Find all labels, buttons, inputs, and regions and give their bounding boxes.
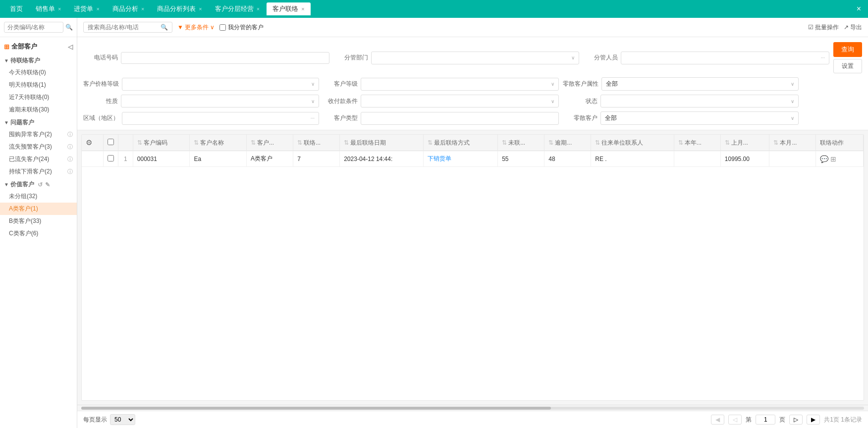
row-last-method-link[interactable]: 下销货单 — [428, 155, 451, 162]
export-button[interactable]: ↗ 导出 — [844, 23, 862, 32]
sidebar-item-unclassified[interactable]: 未分组(32) — [0, 190, 77, 203]
col-gear[interactable]: ⚙ — [82, 135, 103, 151]
col-header-checkbox — [103, 135, 118, 151]
sidebar-item-hoarding[interactable]: 囤购异常客户(2) ⓘ — [0, 128, 77, 141]
page-size-select[interactable]: 50 100 — [110, 414, 135, 425]
nav-tab-goods-analysis-close[interactable]: × — [141, 6, 144, 12]
sidebar-group-value-refresh[interactable]: ↺ — [38, 181, 43, 188]
nav-tab-goods-analysis-list[interactable]: 商品分析列表 × — [151, 2, 208, 15]
col-header-name: ⇅客户名称 — [190, 135, 247, 151]
nav-tab-purchase[interactable]: 进货单 × — [68, 2, 105, 15]
table-select-all[interactable] — [108, 139, 114, 145]
filter-more-button[interactable]: ▼ 更多条件 ∨ — [177, 23, 215, 32]
sidebar-item-churned[interactable]: 已流失客户(24) ⓘ — [0, 153, 77, 165]
nav-tab-sales-close[interactable]: × — [58, 6, 61, 12]
prev-page-button[interactable]: ◁ — [728, 415, 742, 425]
filter-customer-type-field: 客户类型 — [323, 112, 559, 125]
nav-tab-purchase-close[interactable]: × — [96, 6, 99, 12]
row-action-qr-icon[interactable]: ⊞ — [830, 155, 836, 163]
filter-region-select[interactable]: ··· — [122, 112, 319, 125]
row-checkbox[interactable] — [108, 155, 114, 161]
col-overdue-sort[interactable]: ⇅ — [548, 139, 553, 146]
sidebar-search-input[interactable] — [4, 22, 63, 33]
col-name-sort[interactable]: ⇅ — [194, 139, 199, 146]
sidebar-group-value-edit[interactable]: ✎ — [45, 181, 50, 188]
filter-region-dots: ··· — [311, 115, 315, 121]
row-action-chat-icon[interactable]: 💬 — [820, 155, 828, 163]
filter-phone-input[interactable] — [121, 52, 329, 64]
next-page-button[interactable]: ▷ — [789, 415, 803, 425]
filter-customer-type-select[interactable] — [361, 112, 559, 125]
sidebar-group-pending[interactable]: ▼ 待联络客户 — [0, 54, 77, 66]
sidebar-item-tomorrow[interactable]: 明天待联络(1) — [0, 79, 77, 91]
col-this-month-sort[interactable]: ⇅ — [773, 139, 778, 146]
col-contact-sort[interactable]: ⇅ — [297, 139, 302, 146]
filter-payment-field: 收付款条件 ∨ — [323, 95, 559, 107]
filter-nature-select[interactable]: ∨ — [121, 95, 319, 107]
last-page-button[interactable]: ▶ — [807, 415, 820, 425]
scroll-track — [81, 407, 864, 410]
filter-dept-select[interactable]: ∨ — [371, 52, 580, 64]
export-icon: ↗ — [844, 24, 849, 31]
sidebar-group-problem[interactable]: ▼ 问题客户 — [0, 116, 77, 128]
sidebar-item-7days[interactable]: 近7天待联络(0) — [0, 91, 77, 104]
nav-tab-customer-contact-close[interactable]: × — [301, 6, 304, 12]
col-unit-contact-sort[interactable]: ⇅ — [595, 139, 600, 146]
my-customers-checkbox[interactable] — [219, 24, 226, 31]
col-no-contact-sort[interactable]: ⇅ — [502, 139, 507, 146]
nav-tab-goods-analysis-list-close[interactable]: × — [199, 6, 202, 12]
batch-op-button[interactable]: ☑ 批量操作 — [808, 23, 839, 32]
nav-tab-goods-analysis[interactable]: 商品分析 × — [107, 2, 150, 15]
setting-button[interactable]: 设置 — [833, 59, 862, 73]
col-overdue-label: 逾期... — [555, 139, 572, 146]
row-unit-contact: RE . — [595, 156, 606, 162]
filter-customer-level-select[interactable]: ∨ — [361, 78, 559, 91]
sidebar-item-overdue[interactable]: 逾期未联络(30) — [0, 104, 77, 116]
sidebar-item-a-class[interactable]: A类客户(1) — [0, 203, 77, 215]
scroll-thumb[interactable] — [81, 407, 551, 410]
table-settings-icon[interactable]: ⚙ — [86, 138, 92, 147]
nav-tab-customer-contact[interactable]: 客户联络 × — [267, 2, 310, 15]
filter-price-level-select[interactable]: ∨ — [122, 78, 319, 91]
filter-status-select[interactable]: ∨ — [600, 95, 799, 107]
sidebar-item-churn-warning[interactable]: 流失预警客户(3) ⓘ — [0, 141, 77, 153]
nav-tab-sales[interactable]: 销售单 × — [30, 2, 67, 15]
query-button-group: 查询 设置 — [833, 42, 862, 73]
close-all-button[interactable]: × — [854, 4, 864, 13]
filter-search-icon[interactable]: 🔍 — [161, 24, 168, 31]
sidebar-search-icon[interactable]: 🔍 — [65, 24, 73, 31]
row-unit-contact-cell: RE . — [591, 151, 674, 167]
sidebar-item-c-class[interactable]: C类客户(6) — [0, 227, 77, 240]
filter-retail-attr-select[interactable]: 全部 ∨ — [601, 77, 799, 91]
col-code-sort[interactable]: ⇅ — [137, 139, 142, 146]
filter-retail-customer-select[interactable]: 全部 ∨ — [600, 111, 799, 125]
sidebar-group-problem-label: 问题客户 — [10, 118, 34, 127]
query-button[interactable]: 查询 — [833, 42, 862, 57]
col-this-year-sort[interactable]: ⇅ — [678, 139, 683, 146]
horizontal-scrollbar[interactable] — [77, 405, 868, 411]
first-page-button[interactable]: ◀ — [711, 415, 724, 425]
sidebar-collapse-icon[interactable]: ◁ — [68, 43, 73, 51]
filter-person-select[interactable]: ··· — [621, 52, 829, 64]
col-last-month-sort[interactable]: ⇅ — [725, 139, 730, 146]
filter-payment-select[interactable]: ∨ — [361, 95, 559, 107]
nav-tab-customer-segment-close[interactable]: × — [257, 6, 260, 12]
nav-tab-customer-segment[interactable]: 客户分层经营 × — [209, 2, 266, 15]
sidebar-item-today[interactable]: 今天待联络(0) — [0, 66, 77, 79]
col-type-sort[interactable]: ⇅ — [251, 139, 256, 146]
filter-nature-field: 性质 ∨ — [83, 95, 319, 107]
sidebar-group-value[interactable]: ▼ 价值客户 ↺ ✎ — [0, 178, 77, 190]
filter-my-customers[interactable]: 我分管的客户 — [219, 23, 264, 32]
sidebar-item-declining[interactable]: 持续下滑客户(2) ⓘ — [0, 165, 77, 178]
col-last-method-sort[interactable]: ⇅ — [428, 139, 433, 146]
page-number-input[interactable] — [756, 415, 775, 425]
top-nav: 首页 销售单 × 进货单 × 商品分析 × 商品分析列表 × 客户分层经营 × … — [0, 0, 868, 18]
filter-retail-customer-label: 零散客户 — [563, 114, 597, 122]
col-last-date-sort[interactable]: ⇅ — [344, 139, 349, 146]
filter-person-label: 分管人员 — [583, 54, 618, 62]
filter-actions: ☑ 批量操作 ↗ 导出 — [808, 23, 862, 32]
filter-search-input[interactable] — [88, 24, 159, 31]
nav-tab-home[interactable]: 首页 — [4, 2, 29, 15]
page-size-area: 每页显示 50 100 — [83, 414, 135, 425]
sidebar-item-b-class[interactable]: B类客户(33) — [0, 215, 77, 227]
